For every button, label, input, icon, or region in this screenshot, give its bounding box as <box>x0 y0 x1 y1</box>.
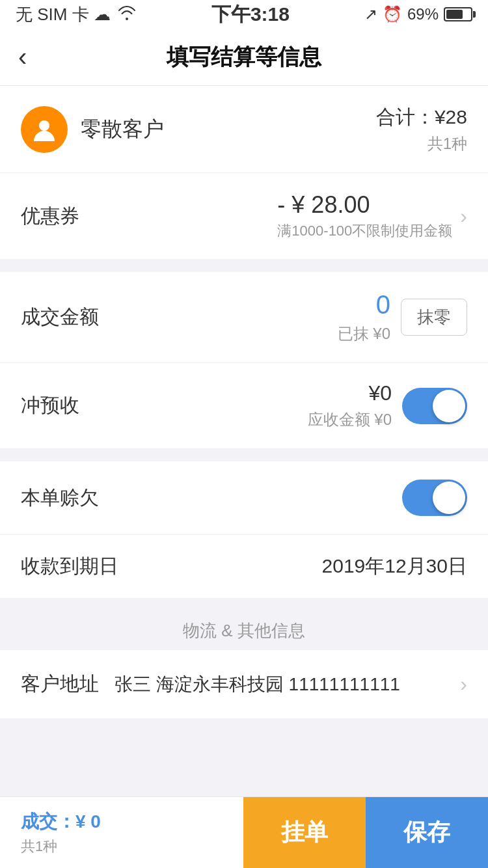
due-date-row: 收款到期日 2019年12月30日 <box>0 534 488 598</box>
battery-icon <box>444 7 472 21</box>
customer-name: 零散客户 <box>81 115 164 144</box>
deal-sub-text: 已抹 ¥0 <box>338 323 390 344</box>
round-zero-button[interactable]: 抹零 <box>401 299 467 336</box>
prepay-right: ¥0 应收金额 ¥0 <box>308 381 467 430</box>
logistics-label: 物流 & 其他信息 <box>183 619 305 642</box>
prepay-amount: ¥0 <box>308 381 392 405</box>
bottom-deal-text: 成交：¥ 0 <box>21 809 223 834</box>
bottom-deal-amount: ¥ 0 <box>75 811 101 832</box>
debt-row: 本单赊欠 <box>0 461 488 534</box>
save-button[interactable]: 保存 <box>366 797 488 869</box>
location-icon: ↗ <box>364 5 377 23</box>
deal-amount-input[interactable]: 0 <box>338 290 390 319</box>
total-amount: 合计：¥28 <box>376 104 467 131</box>
coupon-row[interactable]: 优惠券 - ¥ 28.00 满1000-100不限制使用金额 › <box>0 172 488 259</box>
back-button[interactable]: ‹ <box>18 42 27 72</box>
prepay-label: 冲预收 <box>21 392 79 419</box>
customer-total: 合计：¥28 共1种 <box>376 104 467 154</box>
address-row[interactable]: 客户地址 张三 海淀永丰科技园 11111111111 › <box>0 650 488 718</box>
customer-row: 零散客户 合计：¥28 共1种 <box>0 86 488 172</box>
no-sim-text: 无 SIM 卡 ☁ <box>16 3 111 26</box>
due-date-value: 2019年12月30日 <box>322 553 467 580</box>
deal-label: 成交金额 <box>21 304 99 331</box>
avatar <box>21 106 68 153</box>
prepay-toggle[interactable] <box>402 388 467 424</box>
debt-toggle[interactable] <box>402 480 467 516</box>
status-left: 无 SIM 卡 ☁ <box>16 3 137 26</box>
address-label: 客户地址 <box>21 671 99 698</box>
debt-toggle-knob <box>433 481 465 514</box>
save-button-label: 保存 <box>403 817 450 848</box>
alarm-icon: ⏰ <box>383 5 402 23</box>
hold-button[interactable]: 挂单 <box>243 797 366 869</box>
nav-bar: ‹ 填写结算等信息 <box>0 29 488 86</box>
svg-point-0 <box>39 120 49 131</box>
due-date-label: 收款到期日 <box>21 553 118 580</box>
status-right: ↗ ⏰ 69% <box>364 5 472 23</box>
debt-right <box>402 480 467 516</box>
debt-label: 本单赊欠 <box>21 485 99 511</box>
debt-section: 本单赊欠 收款到期日 2019年12月30日 <box>0 461 488 598</box>
logistics-divider: 物流 & 其他信息 <box>0 611 488 650</box>
address-chevron: › <box>460 672 467 696</box>
coupon-discount: - ¥ 28.00 <box>277 191 452 219</box>
address-section: 客户地址 张三 海淀永丰科技园 11111111111 › <box>0 650 488 718</box>
toggle-knob <box>433 390 465 422</box>
bottom-deal-label: 成交： <box>21 811 75 832</box>
prepay-sub-text: 应收金额 ¥0 <box>308 409 392 430</box>
coupon-right: - ¥ 28.00 满1000-100不限制使用金额 › <box>277 191 467 241</box>
chevron-right-icon: › <box>460 204 467 228</box>
deal-right: 0 已抹 ¥0 抹零 <box>338 290 467 344</box>
address-chevron-icon: › <box>460 672 467 696</box>
customer-section: 零散客户 合计：¥28 共1种 优惠券 - ¥ 28.00 满1000-100不… <box>0 86 488 259</box>
status-time: 下午3:18 <box>211 1 290 28</box>
deal-section: 成交金额 0 已抹 ¥0 抹零 冲预收 ¥0 应收金额 ¥0 <box>0 272 488 448</box>
hold-button-label: 挂单 <box>281 817 328 848</box>
coupon-label: 优惠券 <box>21 203 79 230</box>
bottom-bar: 成交：¥ 0 共1种 挂单 保存 <box>0 796 488 868</box>
coupon-description: 满1000-100不限制使用金额 <box>277 221 452 241</box>
address-value: 张三 海淀永丰科技园 11111111111 <box>115 672 460 697</box>
deal-row: 成交金额 0 已抹 ¥0 抹零 <box>0 272 488 362</box>
customer-info: 零散客户 <box>21 106 164 153</box>
bottom-info: 成交：¥ 0 共1种 <box>0 809 243 856</box>
wifi-icon <box>117 5 137 25</box>
total-count: 共1种 <box>376 133 467 154</box>
battery-percent: 69% <box>407 5 439 23</box>
bottom-count: 共1种 <box>21 837 223 856</box>
page-title: 填写结算等信息 <box>167 42 321 72</box>
prepay-row: 冲预收 ¥0 应收金额 ¥0 <box>0 362 488 448</box>
status-bar: 无 SIM 卡 ☁ 下午3:18 ↗ ⏰ 69% <box>0 0 488 29</box>
